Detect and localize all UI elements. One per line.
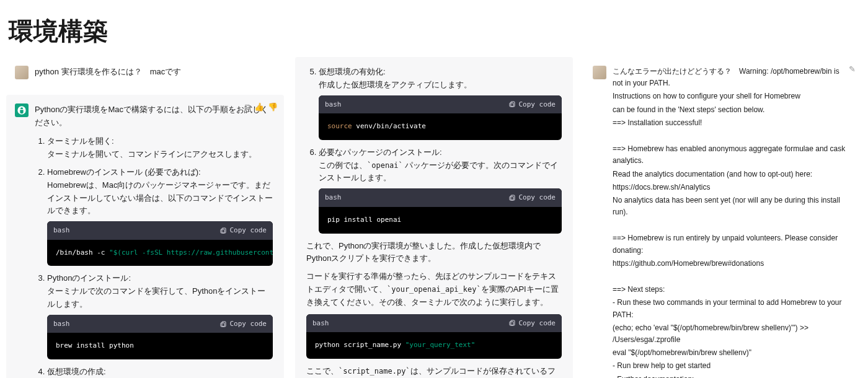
message-actions: ⧉ 👍 👎 [245, 101, 278, 114]
user-error-text: こんなエラーが出たけどどうする？ Warning: /opt/homebrew/… [613, 66, 851, 378]
error-line: Instructions on how to configure your sh… [613, 90, 851, 102]
step-desc: 作成した仮想環境をアクティブにします。 [319, 79, 562, 92]
user-avatar [15, 66, 29, 79]
para: コードを実行する準備が整ったら、先ほどのサンプルコードをテキストエディタで開いて… [306, 270, 562, 309]
copy-code-button[interactable]: Copy code [508, 318, 556, 329]
assistant-intro: Pythonの実行環境をMacで構築するには、以下の手順をお試しください。 [35, 103, 273, 130]
edit-icon[interactable]: ✎ [849, 63, 856, 76]
copy-label: Copy code [518, 99, 556, 110]
code-lang: bash [312, 318, 329, 329]
svg-rect-11 [510, 322, 513, 325]
code-content: pip install openai [319, 207, 562, 234]
copy-code-button[interactable]: Copy code [508, 99, 556, 110]
code-content: source venv/bin/activate [319, 113, 562, 140]
error-line: こんなエラーが出たけどどうする？ Warning: /opt/homebrew/… [613, 66, 851, 89]
svg-rect-3 [221, 323, 224, 327]
copy-code-button[interactable]: Copy code [219, 225, 267, 236]
step-item: 仮想環境の作成:仮想環境は、Pythonプロジェクトの依存関係を隔離するために使… [47, 366, 273, 378]
error-line: can be found in the 'Next steps' section… [613, 104, 851, 116]
error-line: ==> Homebrew has enabled anonymous aggre… [613, 143, 851, 167]
svg-rect-8 [511, 195, 515, 200]
copy-label: Copy code [229, 225, 267, 236]
svg-rect-7 [510, 103, 513, 107]
code-content: brew install python [47, 333, 273, 359]
code-content: /bin/bash -c "$(curl -fsSL https://raw.g… [47, 240, 273, 266]
code-lang: bash [325, 192, 342, 203]
code-lang: bash [325, 99, 342, 110]
para: これで、Pythonの実行環境が整いました。作成した仮想環境内でPythonスク… [306, 240, 562, 266]
copy-code-button[interactable]: Copy code [219, 319, 267, 330]
code-content: python script_name.py "your_query_text" [306, 332, 562, 359]
clipboard-icon [508, 319, 516, 327]
code-block: bash Copy code python script_name.py "yo… [306, 314, 562, 359]
page-title: 環境構築 [0, 0, 868, 57]
step-desc: ターミナルを開いて、コマンドラインにアクセスします。 [47, 148, 273, 161]
step-item: Homebrewのインストール (必要であれば):Homebrewは、Mac向け… [47, 166, 273, 266]
code-lang: bash [53, 319, 70, 330]
error-line [613, 130, 851, 142]
code-block: bashCopy codesource venv/bin/activate [319, 95, 562, 140]
error-line [613, 219, 851, 231]
step-title: Homebrewのインストール (必要であれば): [47, 166, 273, 179]
step-title: 仮想環境の作成: [47, 366, 273, 378]
steps-list-cont: 仮想環境の有効化:作成した仮想環境をアクティブにします。bashCopy cod… [306, 66, 562, 234]
step-title: Pythonのインストール: [47, 272, 273, 285]
copy-label: Copy code [518, 318, 556, 329]
error-line [613, 271, 851, 283]
step-item: ターミナルを開く:ターミナルを開いて、コマンドラインにアクセスします。 [47, 135, 273, 161]
steps-list: ターミナルを開く:ターミナルを開いて、コマンドラインにアクセスします。Homeb… [35, 135, 273, 378]
step-desc: この例では、`openai` パッケージが必要です。次のコマンドでインストールし… [319, 159, 562, 185]
error-line: No analytics data has been sent yet (nor… [613, 195, 851, 218]
error-line: ==> Next steps: [613, 284, 851, 296]
svg-rect-1 [221, 229, 224, 233]
code-lang: bash [53, 225, 70, 236]
step-item: 仮想環境の有効化:作成した仮想環境をアクティブにします。bashCopy cod… [319, 66, 562, 140]
assistant-message: ⧉ 👍 👎 Pythonの実行環境をMacで構築するには、以下の手順をお試しくだ… [6, 95, 284, 378]
openai-icon [17, 105, 27, 115]
user-message: python 実行環境を作るには？ macです [6, 57, 284, 90]
user-message-error: ✎ こんなエラーが出たけどどうする？ Warning: /opt/homebre… [584, 57, 862, 378]
error-line: - Run brew help to get started [613, 360, 851, 372]
step-title: 仮想環境の有効化: [319, 66, 562, 79]
user-avatar [593, 66, 606, 79]
thumbs-up-icon[interactable]: 👍 [254, 101, 264, 114]
error-line: (echo; echo 'eval "$(/opt/homebrew/bin/b… [613, 322, 851, 346]
error-line: Read the analytics documentation (and ho… [613, 169, 851, 180]
error-line: https://github.com/Homebrew/brew#donatio… [613, 258, 851, 270]
column-2: 仮想環境の有効化:作成した仮想環境をアクティブにします。bashCopy cod… [295, 57, 573, 378]
copy-code-button[interactable]: Copy code [508, 192, 556, 203]
step-item: 必要なパッケージのインストール:この例では、`openai` パッケージが必要で… [319, 146, 562, 234]
clipboard-icon [219, 227, 227, 234]
code-block: bashCopy codepip install openai [319, 188, 562, 233]
svg-rect-10 [511, 320, 515, 325]
clipboard-icon [508, 100, 516, 108]
error-line: - Run these two commands in your termina… [613, 297, 851, 320]
code-block: bashCopy code/bin/bash -c "$(curl -fsSL … [47, 221, 273, 266]
svg-rect-0 [222, 228, 226, 233]
error-line: https://docs.brew.sh/Analytics [613, 182, 851, 193]
svg-rect-2 [222, 322, 226, 327]
error-line: eval "$(/opt/homebrew/bin/brew shellenv)… [613, 347, 851, 359]
code-block: bashCopy codebrew install python [47, 315, 273, 359]
copy-label: Copy code [518, 192, 556, 203]
svg-rect-6 [511, 102, 515, 107]
step-title: ターミナルを開く: [47, 135, 273, 148]
step-desc: Homebrewは、Mac向けのパッケージマネージャーです。まだインストールして… [47, 179, 273, 218]
assistant-avatar [15, 103, 29, 117]
column-1: python 実行環境を作るには？ macです ⧉ 👍 👎 Pythonの実行環… [6, 57, 284, 378]
user-text: python 実行環境を作るには？ macです [35, 66, 273, 79]
message-actions: ✎ [849, 63, 856, 76]
thumbs-down-icon[interactable]: 👎 [268, 101, 278, 114]
step-desc: ターミナルで次のコマンドを実行して、Pythonをインストールします。 [47, 285, 273, 311]
svg-rect-9 [510, 196, 513, 200]
step-title: 必要なパッケージのインストール: [319, 146, 562, 159]
column-3: ✎ こんなエラーが出たけどどうする？ Warning: /opt/homebre… [584, 57, 862, 378]
error-line: - Further documentation: [613, 374, 851, 379]
step-item: Pythonのインストール:ターミナルで次のコマンドを実行して、Pythonをイ… [47, 272, 273, 359]
clipboard-icon [219, 320, 227, 328]
clipboard-icon [508, 194, 516, 201]
copy-icon[interactable]: ⧉ [245, 101, 250, 114]
para: ここで、`script_name.py`は、サンプルコードが保存されているファイ… [306, 365, 562, 378]
assistant-message-cont: 仮想環境の有効化:作成した仮想環境をアクティブにします。bashCopy cod… [295, 57, 573, 378]
error-line: ==> Installation successful! [613, 117, 851, 129]
